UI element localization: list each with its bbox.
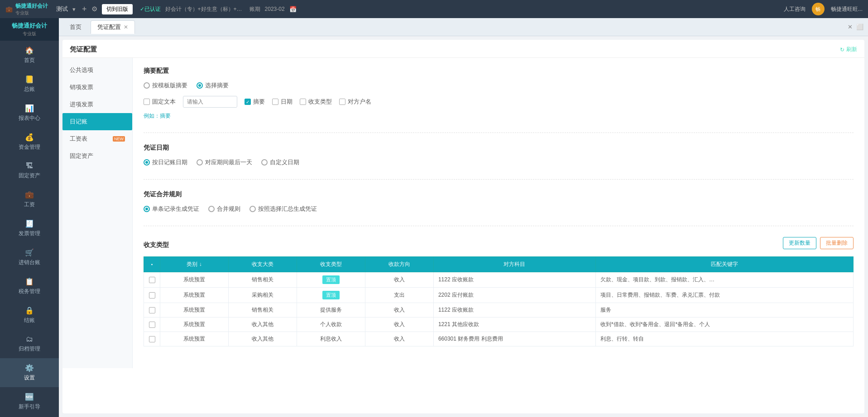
voucher-date-radio-group: 按日记账日期 对应期间最后一天 自定义日期 (144, 158, 854, 166)
batch-delete-button[interactable]: 批量删除 (820, 237, 854, 249)
sidebar-item-archive[interactable]: 🗂 归档管理 (0, 330, 59, 358)
sidebar-label-invoice: 发票管理 (19, 230, 40, 237)
row-checkbox-0[interactable] (149, 277, 155, 283)
row-sub-type-4: 利息收入 (297, 332, 365, 346)
switch-version-button[interactable]: 切到旧版 (102, 4, 133, 14)
row-category-4: 系统预置 (160, 332, 229, 346)
arrow-down-icon[interactable]: ▾ (72, 6, 76, 13)
sidebar-label-guide: 新手引导 (19, 403, 40, 411)
row-checkbox-4[interactable] (149, 336, 155, 342)
tab-bar: 首页 凭证配置 ✕ ✕ ⬜ (59, 18, 868, 36)
row-main-type-3: 收入其他 (228, 317, 297, 332)
sidebar-item-settings[interactable]: ⚙️ 设置 (0, 358, 59, 387)
table-header-row: ▪ 类别 ↓ 收支大类 收支类型 收款方向 (144, 257, 854, 272)
checkbox-summary[interactable]: ✓ 摘要 (245, 98, 265, 106)
left-nav-journal[interactable]: 日记账 (62, 113, 132, 130)
sidebar-item-home[interactable]: 🏠 首页 (0, 41, 59, 70)
category-sort[interactable]: 类别 ↓ (165, 261, 224, 268)
radio-template-summary[interactable]: 按模板版摘要 (144, 81, 187, 90)
checkbox-date[interactable]: 日期 (272, 98, 293, 106)
left-nav-payroll-table[interactable]: 工资表 NEW (62, 130, 132, 147)
row-main-type-2: 销售相关 (228, 303, 297, 317)
row-account-4: 660301 财务费用 利息费用 (433, 332, 595, 346)
left-nav-purchase-invoice[interactable]: 进项发票 (62, 96, 132, 113)
sidebar-item-funds[interactable]: 💰 资金管理 (0, 128, 59, 156)
radio-merge-rule[interactable]: 合并规则 (208, 205, 240, 213)
radio-summary-generate[interactable]: 按照选择汇总生成凭证 (249, 205, 317, 213)
sidebar: 畅捷通好会计 专业版 🏠 首页 📒 总账 📊 报表中心 💰 资金管理 🏗 固定资… (0, 18, 59, 417)
checkbox-income-type[interactable]: 收支类型 (300, 98, 332, 106)
top-bar: 💼 畅捷通好会计 专业版 测试 ▾ + ⚙ 切到旧版 ✓已认证 好会计（专）+好… (0, 0, 868, 18)
row-keywords-1: 项目、日常费用、报销款、车费、承兑汇票、付款 (596, 288, 854, 303)
tab-voucher-config-label: 凭证配置 (97, 23, 121, 31)
sidebar-item-ledger[interactable]: 📒 总账 (0, 70, 59, 99)
update-count-button[interactable]: 更新数量 (783, 237, 816, 249)
row-checkbox-cell-0[interactable] (144, 272, 160, 288)
radio-journal-date[interactable]: 按日记账日期 (144, 158, 187, 166)
row-direction-3: 收入 (365, 317, 433, 332)
closing-icon: 🔒 (25, 306, 34, 315)
sidebar-logo: 畅捷通好会计 专业版 (0, 18, 59, 41)
tab-voucher-config[interactable]: 凭证配置 ✕ (91, 20, 135, 34)
row-checkbox-2[interactable] (149, 307, 155, 313)
sidebar-item-guide[interactable]: 🆕 新手引导 (0, 387, 59, 416)
radio-custom-date-circle (261, 159, 268, 166)
row-checkbox-3[interactable] (149, 322, 155, 328)
reports-icon: 📊 (25, 104, 34, 113)
sidebar-item-purchase[interactable]: 🛒 进销台账 (0, 243, 59, 272)
radio-select-summary[interactable]: 选择摘要 (197, 81, 229, 90)
close-window-icon[interactable]: ✕ (848, 24, 853, 30)
sidebar-item-reports[interactable]: 📊 报表中心 (0, 99, 59, 128)
settings-icon[interactable]: ⚙ (91, 5, 97, 13)
invoice-icon: 🧾 (25, 219, 34, 228)
row-checkbox-cell-3[interactable] (144, 317, 160, 332)
row-account-2: 1122 应收账款 (433, 303, 595, 317)
tab-close-icon[interactable]: ✕ (124, 24, 128, 30)
config-layout: 公共选项 销项发票 进项发票 日记账 工资表 NEW (62, 58, 864, 368)
user-name[interactable]: 畅捷通旺旺... (831, 5, 863, 13)
maximize-window-icon[interactable]: ⬜ (856, 24, 863, 30)
tag-reset-1[interactable]: 置顶 (322, 291, 340, 299)
sidebar-item-payroll[interactable]: 💼 工资 (0, 185, 59, 214)
radio-single-record[interactable]: 单条记录生成凭证 (144, 205, 199, 213)
summary-radio-group: 按模板版摘要 选择摘要 (144, 81, 854, 90)
sidebar-item-tax[interactable]: 📋 税务管理 (0, 272, 59, 301)
user-avatar[interactable]: 畅 (812, 3, 825, 15)
row-checkbox-1[interactable] (149, 292, 155, 299)
row-direction-2: 收入 (365, 303, 433, 317)
refresh-icon: ↻ (840, 47, 844, 53)
sidebar-item-closing[interactable]: 🔒 结账 (0, 301, 59, 330)
income-expense-section: 收支类型 更新数量 批量删除 ▪ (144, 237, 854, 346)
calendar-icon[interactable]: 📅 (289, 6, 297, 13)
radio-custom-date[interactable]: 自定义日期 (261, 158, 299, 166)
new-badge: NEW (113, 136, 125, 142)
radio-summary-circle (249, 206, 256, 212)
th-select[interactable]: ▪ (144, 257, 160, 272)
checkbox-fixed-text[interactable]: 固定文本 (144, 98, 176, 106)
refresh-button[interactable]: ↻ 刷新 (840, 46, 857, 53)
row-checkbox-cell-4[interactable] (144, 332, 160, 346)
left-nav-public[interactable]: 公共选项 (62, 62, 132, 79)
sidebar-label-purchase: 进销台账 (19, 259, 40, 266)
row-account-3: 1221 其他应收款 (433, 317, 595, 332)
tag-reset-0[interactable]: 置顶 (322, 275, 340, 284)
service-link[interactable]: 人工咨询 (784, 5, 806, 13)
radio-period-last-day[interactable]: 对应期间最后一天 (197, 158, 252, 166)
sidebar-item-invoice[interactable]: 🧾 发票管理 (0, 214, 59, 243)
fixed-text-input[interactable] (183, 96, 237, 108)
row-sub-type-3: 个人收款 (297, 317, 365, 332)
add-icon[interactable]: + (82, 5, 87, 14)
summary-config-section: 摘要配置 按模板版摘要 选择摘要 (144, 67, 854, 120)
left-nav-sales-invoice[interactable]: 销项发票 (62, 79, 132, 96)
sidebar-item-assets[interactable]: 🏗 固定资产 (0, 156, 59, 185)
left-nav-fixed-assets[interactable]: 固定资产 (62, 147, 132, 165)
checkbox-counterpart-name[interactable]: 对方户名 (339, 98, 371, 106)
guide-icon: 🆕 (25, 393, 34, 401)
row-checkbox-cell-2[interactable] (144, 303, 160, 317)
app-sub: 专业版 (15, 10, 48, 16)
sidebar-label-archive: 归档管理 (19, 345, 40, 353)
th-checkbox[interactable]: ▪ (149, 261, 155, 268)
settings-icon-sidebar: ⚙️ (25, 364, 34, 372)
tab-home[interactable]: 首页 (63, 20, 88, 34)
row-checkbox-cell-1[interactable] (144, 288, 160, 303)
